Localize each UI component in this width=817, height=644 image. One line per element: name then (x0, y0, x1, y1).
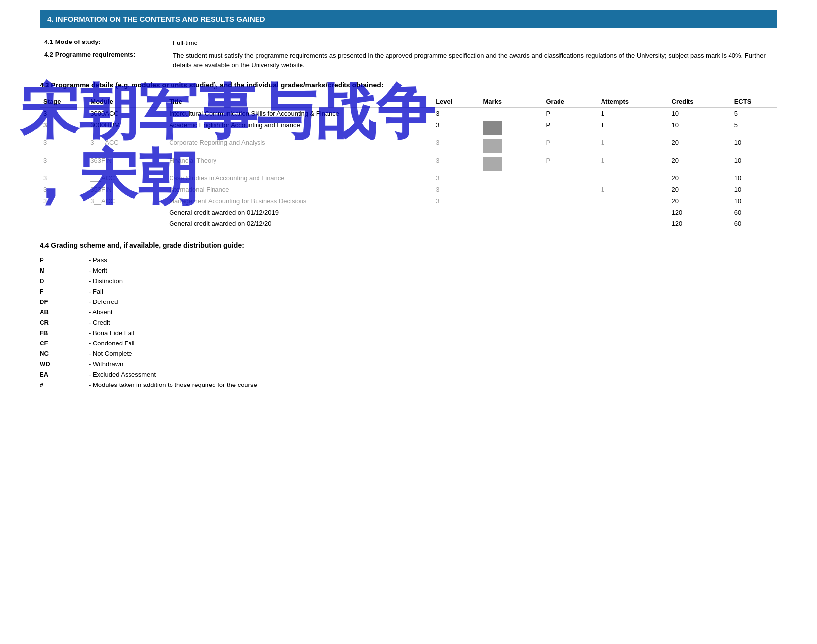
grade-description: - Condoned Fail (79, 338, 267, 348)
grade-table: P - Pass M - Merit D - Distinction F - F… (40, 255, 267, 390)
cell-ects: 10 (731, 184, 777, 195)
cell-module: 3__ACC (86, 195, 165, 207)
cell-title: Corporate Reporting and Analysis (165, 137, 432, 155)
table-row: 3 3000HUM Academic English for Accountin… (40, 119, 777, 137)
cell-title: Intercultural Communication Skills for A… (165, 107, 432, 119)
cell-stage: 3 (40, 184, 86, 195)
gc-stage (40, 207, 86, 218)
marks-box-light (483, 139, 502, 153)
cell-ects: 5 (731, 119, 777, 137)
cell-credits: 20 (668, 155, 731, 172)
cell-ects: 10 (731, 155, 777, 172)
programme-requirements-value: The student must satisfy the programme r… (173, 51, 777, 70)
cell-title: International Finance (165, 184, 432, 195)
marks-box (483, 121, 502, 135)
col-header-module: Module (86, 96, 165, 108)
gc-label: General credit awarded on 01/12/2019 (165, 207, 667, 218)
cell-ects: 10 (731, 137, 777, 155)
grade-description: - Pass (79, 255, 267, 265)
gc-module (86, 207, 165, 218)
cell-module: 3000ACC (86, 107, 165, 119)
cell-marks (479, 137, 542, 155)
grading-section: 4.4 Grading scheme and, if available, gr… (40, 241, 777, 390)
cell-attempts: 1 (597, 137, 668, 155)
cell-credits: 20 (668, 137, 731, 155)
cell-credits: 20 (668, 184, 731, 195)
grade-code: CR (40, 317, 79, 328)
grade-code: F (40, 286, 79, 297)
grade-code: M (40, 265, 79, 276)
cell-grade: P (542, 155, 597, 172)
table-row: 3 353FIN International Finance 3 1 20 10 (40, 184, 777, 195)
col-header-stage: Stage (40, 96, 86, 108)
gc-module (86, 218, 165, 229)
col-header-title: Title (165, 96, 432, 108)
cell-level: 3 (432, 195, 479, 207)
cell-stage: 3 (40, 155, 86, 172)
cell-module: 3___ACC (86, 137, 165, 155)
cell-title: Academic English for Accounting and Fina… (165, 119, 432, 137)
cell-stage: 3 (40, 172, 86, 184)
grade-row: DF - Deferred (40, 297, 267, 307)
gc-stage (40, 218, 86, 229)
cell-level: 3 (432, 137, 479, 155)
table-row: 3 ___ACC Case Studies in Accounting and … (40, 172, 777, 184)
mode-of-study-value: Full-time (173, 38, 777, 48)
section-title: 4. INFORMATION ON THE CONTENTS AND RESUL… (47, 15, 265, 23)
cell-stage: 3 (40, 107, 86, 119)
cell-marks (479, 172, 542, 184)
cell-module: ___ACC (86, 172, 165, 184)
cell-credits: 10 (668, 107, 731, 119)
cell-title: Financial Theory (165, 155, 432, 172)
col-header-credits: Credits (668, 96, 731, 108)
cell-stage: 3 (40, 195, 86, 207)
col-header-marks: Marks (479, 96, 542, 108)
cell-credits: 20 (668, 195, 731, 207)
col-header-grade: Grade (542, 96, 597, 108)
cell-marks (479, 155, 542, 172)
gc-credits: 120 (668, 218, 731, 229)
cell-marks (479, 184, 542, 195)
cell-grade: P (542, 107, 597, 119)
cell-module: 3000HUM (86, 119, 165, 137)
col-header-level: Level (432, 96, 479, 108)
cell-level: 3 (432, 119, 479, 137)
page-container: 4. INFORMATION ON THE CONTENTS AND RESUL… (0, 0, 817, 400)
grade-row: EA - Excluded Assessment (40, 369, 267, 380)
cell-level: 3 (432, 184, 479, 195)
cell-attempts (597, 195, 668, 207)
cell-grade (542, 184, 597, 195)
grade-code: AB (40, 307, 79, 317)
programme-requirements-label: 4.2 Programme requirements: (44, 51, 173, 58)
cell-attempts: 1 (597, 155, 668, 172)
marks-box-light (483, 157, 502, 171)
grade-row: NC - Not Complete (40, 348, 267, 359)
grade-code: P (40, 255, 79, 265)
grade-description: - Not Complete (79, 348, 267, 359)
cell-marks (479, 195, 542, 207)
cell-title: Management Accounting for Business Decis… (165, 195, 432, 207)
grade-description: - Absent (79, 307, 267, 317)
cell-attempts: 1 (597, 119, 668, 137)
mode-of-study-label: 4.1 Mode of study: (44, 38, 173, 45)
grade-description: - Bona Fide Fail (79, 328, 267, 338)
grade-row: CF - Condoned Fail (40, 338, 267, 348)
info-block: 4.1 Mode of study: Full-time 4.2 Program… (40, 38, 777, 70)
gc-ects: 60 (731, 207, 777, 218)
cell-ects: 10 (731, 195, 777, 207)
grade-code: DF (40, 297, 79, 307)
gc-credits: 120 (668, 207, 731, 218)
cell-marks (479, 107, 542, 119)
table-row: 3 363FIN Financial Theory 3 P 1 20 10 (40, 155, 777, 172)
grade-code: D (40, 276, 79, 286)
cell-stage: 3 (40, 119, 86, 137)
cell-module: 353FIN (86, 184, 165, 195)
grade-row: D - Distinction (40, 276, 267, 286)
cell-attempts: 1 (597, 107, 668, 119)
section-header: 4. INFORMATION ON THE CONTENTS AND RESUL… (40, 10, 777, 28)
table-row: 3 3___ACC Corporate Reporting and Analys… (40, 137, 777, 155)
gc-ects: 60 (731, 218, 777, 229)
grade-code: FB (40, 328, 79, 338)
cell-ects: 5 (731, 107, 777, 119)
cell-level: 3 (432, 107, 479, 119)
